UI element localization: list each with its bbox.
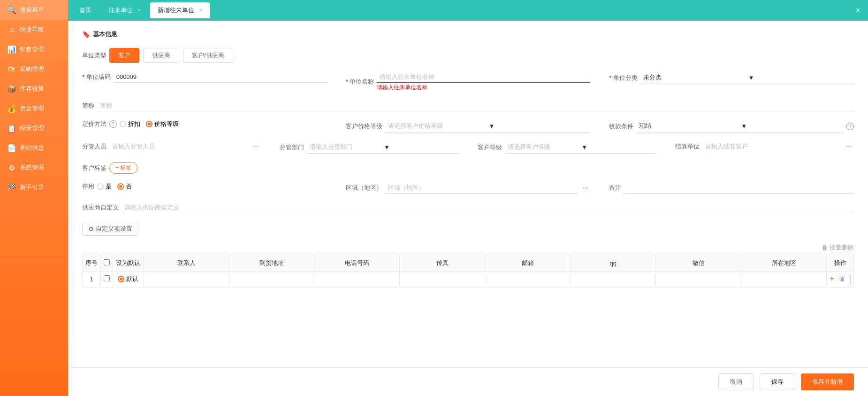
- address-input[interactable]: [232, 276, 312, 283]
- unit-type-supplier[interactable]: 供应商: [143, 48, 179, 63]
- sidebar: 🔍 搜索菜单 ⌂ 快捷导航 📊 销售管理 🛍 采购管理 📦 库存核算 💰 资金管…: [0, 0, 68, 396]
- sidebar-item-label: 系统管理: [20, 163, 44, 172]
- col-qq: qq: [571, 255, 656, 272]
- payment-terms-help-icon[interactable]: ?: [846, 123, 854, 130]
- unit-name-input[interactable]: [377, 71, 590, 83]
- add-row-btn[interactable]: +: [830, 274, 834, 282]
- settlement-more-btn[interactable]: ···: [844, 142, 854, 151]
- row-fax[interactable]: [400, 272, 485, 287]
- sidebar-item-label: 快捷导航: [20, 25, 44, 34]
- row-email[interactable]: [485, 272, 571, 287]
- unit-type-both[interactable]: 客户/供应商: [183, 48, 233, 63]
- manager-more-btn[interactable]: ···: [251, 142, 261, 151]
- sidebar-item-basic[interactable]: 📄 基础信息: [0, 138, 68, 158]
- unit-type-customer[interactable]: 客户: [109, 48, 139, 63]
- row-contact[interactable]: [144, 272, 229, 287]
- email-input[interactable]: [488, 276, 567, 283]
- sidebar-item-label: 基础信息: [20, 144, 44, 152]
- pricing-level-option[interactable]: 价格等级: [146, 120, 179, 128]
- customer-level-select[interactable]: 请选择客户等级 ▼: [505, 141, 656, 154]
- region-more-btn[interactable]: ···: [580, 184, 590, 192]
- delete-row-btn[interactable]: 🗑: [838, 275, 845, 282]
- sidebar-item-system[interactable]: ⚙ 系统管理: [0, 158, 68, 178]
- code-name-category-row: 单位编码 单位名称 请输入往来单位名称 单位分类 未分类 ▼: [82, 71, 854, 92]
- sidebar-item-search[interactable]: 🔍 搜索菜单: [0, 0, 68, 20]
- disabled-label: 停用: [82, 182, 94, 191]
- region-input[interactable]: [385, 182, 578, 194]
- region-label: 区域（地区）: [346, 184, 382, 192]
- sidebar-item-inventory[interactable]: 📦 库存核算: [0, 79, 68, 99]
- supplier-custom-label: 供应商自定义: [82, 203, 119, 212]
- customer-price-select[interactable]: 请选择客户价格等级 ▼: [385, 120, 591, 132]
- chevron-down-icon: ▼: [741, 123, 841, 130]
- row-address[interactable]: [229, 272, 314, 287]
- fax-input[interactable]: [403, 276, 482, 283]
- dept-select[interactable]: 请输入分管部门 ▼: [307, 141, 458, 154]
- custom-settings-button[interactable]: ⚙ 自定义项设置: [82, 222, 138, 236]
- row-region-input[interactable]: [744, 276, 823, 283]
- chevron-down-icon: ▼: [748, 74, 852, 81]
- settlement-input[interactable]: [702, 141, 841, 152]
- sidebar-item-purchase[interactable]: 🛍 采购管理: [0, 59, 68, 79]
- pricing-radio-group: 折扣 价格等级: [120, 120, 179, 128]
- sidebar-item-quicknav[interactable]: ⌂ 快捷导航: [0, 20, 68, 39]
- row-qq[interactable]: [571, 272, 656, 287]
- tab-home[interactable]: 首页: [72, 2, 99, 18]
- unit-category-select[interactable]: 未分类 ▼: [640, 71, 854, 84]
- supplier-custom-row: 供应商自定义: [82, 202, 854, 213]
- default-radio[interactable]: [118, 276, 124, 282]
- pricing-discount-option[interactable]: 折扣: [120, 120, 140, 128]
- tab-new-partner-close[interactable]: ×: [199, 7, 202, 14]
- pricing-help-icon[interactable]: ?: [109, 120, 117, 128]
- select-all-checkbox[interactable]: [104, 259, 110, 265]
- sidebar-item-finance[interactable]: 💰 资金管理: [0, 99, 68, 118]
- customer-tag-field: 客户标签 + 标签: [82, 162, 854, 174]
- row-region[interactable]: [741, 272, 827, 287]
- manager-input[interactable]: [109, 141, 248, 152]
- tab-partners-close[interactable]: ×: [137, 7, 141, 14]
- tab-new-partner[interactable]: 新增往来单位 ×: [150, 2, 210, 18]
- short-name-input[interactable]: [97, 100, 854, 111]
- unit-code-input[interactable]: [114, 71, 327, 83]
- qq-input[interactable]: [573, 276, 653, 283]
- sidebar-item-label: 采购管理: [20, 65, 44, 73]
- disabled-yes-radio[interactable]: [97, 183, 104, 190]
- settlement-label: 结算单位: [675, 142, 700, 151]
- gear-small-icon: ⚙: [88, 225, 94, 233]
- batch-delete-btn[interactable]: 🗑 批量删除: [822, 243, 854, 252]
- row-phone[interactable]: [314, 272, 400, 287]
- tag-row: 客户标签 + 标签: [82, 162, 854, 174]
- save-button[interactable]: 保存: [760, 373, 795, 390]
- remark-input[interactable]: [624, 182, 854, 194]
- disabled-radio-group: 是 否: [97, 182, 132, 191]
- window-close-button[interactable]: ×: [852, 6, 864, 16]
- row-checkbox[interactable]: [104, 275, 110, 281]
- row-wechat[interactable]: [656, 272, 741, 287]
- unit-type-field: 单位类型 客户 供应商 客户/供应商: [82, 48, 854, 63]
- table-header-row: 🗑 批量删除: [82, 243, 854, 252]
- wechat-input[interactable]: [659, 276, 738, 283]
- sidebar-item-sales[interactable]: 📊 销售管理: [0, 39, 68, 59]
- unit-type-group: 客户 供应商 客户/供应商: [109, 48, 233, 63]
- form-content: 🔖 基本信息 单位类型 客户 供应商 客户/供应商 单位编码 单位名: [68, 21, 868, 367]
- supplier-custom-input[interactable]: [122, 202, 854, 213]
- disabled-yes-option[interactable]: 是: [97, 182, 112, 191]
- col-contact: 联系人: [144, 255, 229, 272]
- supplier-custom-field: 供应商自定义: [82, 202, 854, 213]
- price-level-radio[interactable]: [146, 121, 152, 127]
- cancel-button[interactable]: 取消: [718, 373, 754, 390]
- tab-partners[interactable]: 往来单位 ×: [101, 2, 148, 18]
- sidebar-item-operations[interactable]: 📋 经营管理: [0, 118, 68, 138]
- save-new-button[interactable]: 保存并新增: [801, 373, 854, 390]
- contact-input[interactable]: [147, 276, 226, 283]
- disabled-no-radio[interactable]: [117, 183, 124, 190]
- customer-tag-label: 客户标签: [82, 164, 107, 172]
- col-checkbox: [101, 255, 113, 272]
- sidebar-item-newbie[interactable]: 🏁 新手引导: [0, 178, 68, 197]
- tab-bar: 首页 往来单位 × 新增往来单位 × ×: [68, 0, 868, 21]
- add-tag-button[interactable]: + 标签: [109, 162, 137, 174]
- payment-terms-select[interactable]: 现结 ▼: [636, 120, 844, 132]
- discount-radio[interactable]: [120, 121, 126, 127]
- phone-input[interactable]: [317, 276, 396, 283]
- disabled-no-option[interactable]: 否: [117, 182, 132, 191]
